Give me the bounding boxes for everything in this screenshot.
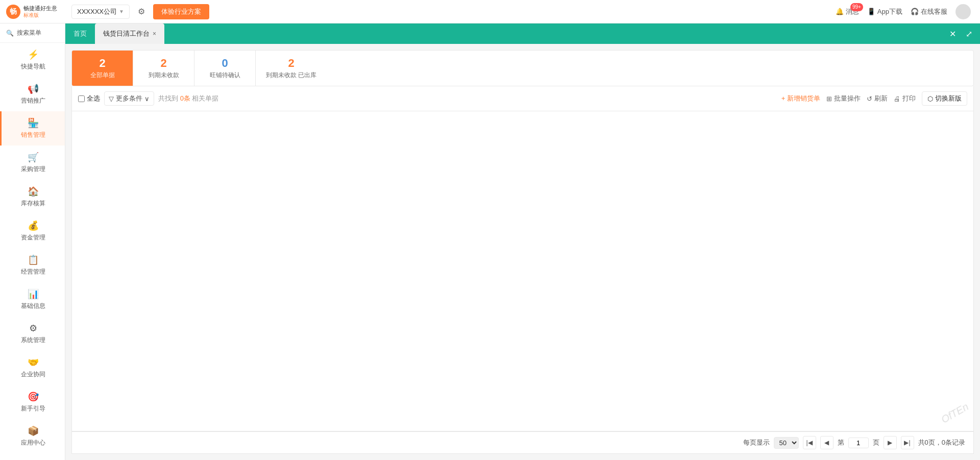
finance-label: 资金管理 xyxy=(21,233,45,242)
sidebar-item-marketing[interactable]: 📢 营销推广 xyxy=(0,77,65,111)
tab-home-label: 首页 xyxy=(74,29,87,38)
sales-icon: 🏪 xyxy=(28,117,39,129)
batch-operation-btn[interactable]: ⊞ 批量操作 xyxy=(826,94,861,103)
page-suffix: 页 xyxy=(873,438,879,447)
page-input[interactable] xyxy=(848,438,869,448)
stat-label-pending: 旺铺待确认 xyxy=(205,71,245,80)
stats-tabs: 2 全部单据 2 到期未收款 0 旺铺待确认 2 到期未收款 已出库 xyxy=(71,50,974,86)
company-name: XXXXXX公司 xyxy=(77,7,117,16)
sidebar-item-operation[interactable]: 📋 经营管理 xyxy=(0,248,65,282)
inventory-label: 库存核算 xyxy=(21,199,45,208)
sidebar-item-basic-info[interactable]: 📊 基础信息 xyxy=(0,282,65,317)
basic-info-icon: 📊 xyxy=(28,288,39,300)
tab-expand-btn[interactable]: ⤢ xyxy=(962,27,976,41)
logo-area: 畅 畅捷通好生意 标准版 xyxy=(6,5,67,19)
next-page-btn[interactable]: ▶ xyxy=(884,436,897,449)
sidebar-item-purchase[interactable]: 🛒 采购管理 xyxy=(0,146,65,180)
stat-tab-pending[interactable]: 0 旺铺待确认 xyxy=(194,51,256,86)
apps-label: 应用中心 xyxy=(21,439,45,447)
switch-new-version-btn[interactable]: ⬡ 切换新版 xyxy=(922,91,967,106)
last-page-btn[interactable]: ▶| xyxy=(901,436,914,449)
system-label: 系统管理 xyxy=(21,336,45,345)
found-prefix: 共找到 xyxy=(158,94,178,102)
app-download-btn[interactable]: 📱 App下载 xyxy=(867,7,902,16)
service-icon: 🎧 xyxy=(911,8,919,15)
sidebar-item-wechat[interactable]: 💬 企业微信 xyxy=(0,453,65,460)
marketing-label: 营销推广 xyxy=(21,96,45,105)
page-size-select[interactable]: 50 xyxy=(774,437,799,449)
sidebar-item-system[interactable]: ⚙ 系统管理 xyxy=(0,317,65,351)
print-btn[interactable]: 🖨 打印 xyxy=(894,94,916,103)
stat-count-shipped: 2 xyxy=(266,57,316,70)
found-count: 0条 xyxy=(180,94,190,102)
print-icon: 🖨 xyxy=(894,95,900,103)
online-service-label: 在线客服 xyxy=(921,7,947,16)
select-all-checkbox[interactable]: 全选 xyxy=(78,94,100,103)
logo-icon: 畅 xyxy=(6,5,20,19)
sidebar-item-quick-nav[interactable]: ⚡ 快捷导航 xyxy=(0,43,65,77)
tab-actions: ✕ ⤢ xyxy=(945,27,980,41)
avatar xyxy=(955,4,971,19)
prev-page-btn[interactable]: ◀ xyxy=(820,436,834,449)
more-filter-btn[interactable]: ▽ 更多条件 ∨ xyxy=(104,91,154,106)
trial-button[interactable]: 体验行业方案 xyxy=(153,4,209,19)
messages-btn[interactable]: 🔔 消息 99+ xyxy=(836,7,859,16)
found-text: 共找到 0条 相关单据 xyxy=(158,94,218,103)
first-page-btn[interactable]: |◀ xyxy=(803,436,816,449)
dropdown-icon: ∨ xyxy=(144,95,150,103)
sidebar-item-finance[interactable]: 💰 资金管理 xyxy=(0,214,65,248)
purchase-label: 采购管理 xyxy=(21,165,45,174)
system-icon: ⚙ xyxy=(29,323,37,334)
page-content: 2 全部单据 2 到期未收款 0 旺铺待确认 2 到期未收款 已出库 xyxy=(65,44,980,460)
tab-close-all-btn[interactable]: ✕ xyxy=(945,27,960,41)
logo-text: 畅捷通好生意 标准版 xyxy=(23,5,57,18)
sidebar-search[interactable]: 🔍 搜索菜单 xyxy=(0,23,65,43)
tab-bar: 首页 钱货日清工作台 × ✕ ⤢ xyxy=(65,23,980,44)
sidebar-item-apps[interactable]: 📦 应用中心 xyxy=(0,419,65,453)
stat-label-all: 全部单据 xyxy=(82,71,122,80)
enterprise-icon: 🤝 xyxy=(28,357,39,368)
tab-work-bench[interactable]: 钱货日清工作台 × xyxy=(95,23,164,44)
filter-label: 更多条件 xyxy=(116,94,142,103)
enterprise-label: 企业协同 xyxy=(21,370,45,379)
refresh-label: 刷新 xyxy=(874,94,888,103)
settings-icon[interactable]: ⚙ xyxy=(134,4,149,19)
header-right: 🔔 消息 99+ 📱 App下载 🎧 在线客服 xyxy=(836,4,974,19)
stat-label-shipped: 到期未收款 已出库 xyxy=(266,71,316,80)
sidebar-item-guide[interactable]: 🎯 新手引导 xyxy=(0,385,65,419)
print-label: 打印 xyxy=(902,94,916,103)
tab-close-btn[interactable]: × xyxy=(153,30,156,37)
avatar-area[interactable] xyxy=(955,4,974,19)
page-prefix: 第 xyxy=(838,438,844,447)
quick-nav-label: 快捷导航 xyxy=(21,62,45,71)
operation-label: 经营管理 xyxy=(21,268,45,276)
sidebar-item-sales[interactable]: 🏪 销售管理 xyxy=(0,111,65,146)
toolbar-right: + 新增销货单 ⊞ 批量操作 ↺ 刷新 🖨 打印 ⬡ xyxy=(781,91,967,106)
pagination-bar: 每页显示 50 |◀ ◀ 第 页 ▶ ▶| 共0页，0条记录 xyxy=(71,431,974,454)
download-icon: 📱 xyxy=(867,8,875,15)
sidebar-item-inventory[interactable]: 🏠 库存核算 xyxy=(0,180,65,214)
stat-label-overdue: 到期未收款 xyxy=(143,71,184,80)
main-layout: 🔍 搜索菜单 ⚡ 快捷导航 📢 营销推广 🏪 销售管理 🛒 采购管理 🏠 库存核… xyxy=(0,23,980,460)
finance-icon: 💰 xyxy=(28,220,39,231)
select-all-input[interactable] xyxy=(78,95,85,102)
new-sales-order-btn[interactable]: + 新增销货单 xyxy=(781,94,820,103)
dropdown-arrow-icon: ▼ xyxy=(119,9,124,14)
search-icon: 🔍 xyxy=(6,30,14,37)
online-service-btn[interactable]: 🎧 在线客服 xyxy=(911,7,947,16)
basic-info-label: 基础信息 xyxy=(21,302,45,310)
sales-label: 销售管理 xyxy=(21,131,45,139)
header-left: 畅 畅捷通好生意 标准版 XXXXXX公司 ▼ ⚙ 体验行业方案 xyxy=(6,4,209,19)
stat-tab-all[interactable]: 2 全部单据 xyxy=(72,51,133,86)
app-download-label: App下载 xyxy=(877,7,902,16)
sidebar-item-enterprise[interactable]: 🤝 企业协同 xyxy=(0,351,65,385)
page-summary: 共0页，0条记录 xyxy=(918,438,965,447)
batch-label: 批量操作 xyxy=(834,94,861,103)
stat-tab-shipped[interactable]: 2 到期未收款 已出库 xyxy=(256,51,327,86)
refresh-btn[interactable]: ↺ 刷新 xyxy=(867,94,888,103)
company-selector[interactable]: XXXXXX公司 ▼ xyxy=(71,5,130,19)
tab-home[interactable]: 首页 xyxy=(65,23,95,44)
guide-icon: 🎯 xyxy=(28,391,39,402)
refresh-icon: ↺ xyxy=(867,95,872,103)
stat-tab-overdue[interactable]: 2 到期未收款 xyxy=(133,51,194,86)
